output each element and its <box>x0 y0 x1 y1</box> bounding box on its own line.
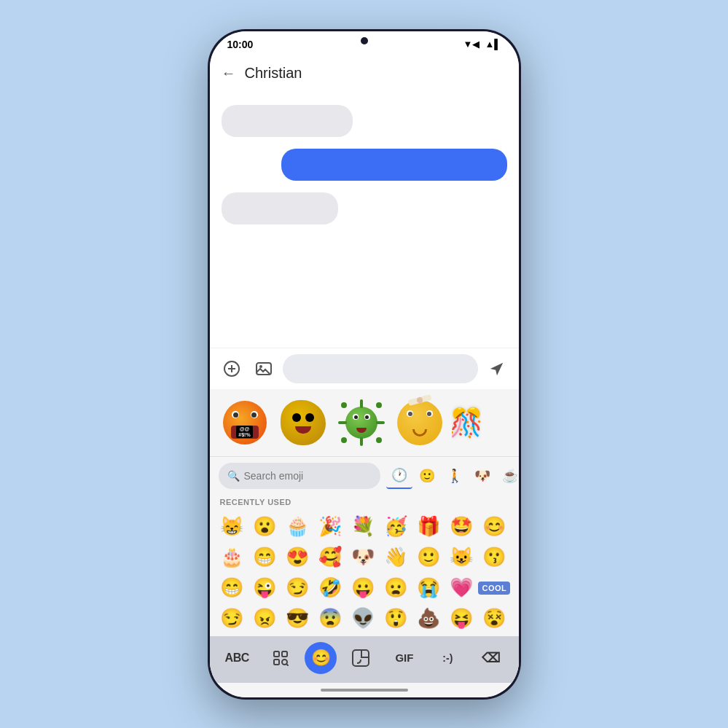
tab-animal[interactable]: 🐶 <box>469 463 496 489</box>
emoji-cell[interactable]: 😲 <box>381 604 410 633</box>
sticker-germ[interactable] <box>335 396 388 449</box>
abc-button[interactable]: ABC <box>218 643 256 673</box>
emoji-cell[interactable]: 😁 <box>250 543 279 572</box>
chat-area <box>210 90 519 348</box>
emoji-category-tabs: 🕐 🙂 🚶 🐶 ☕ 🏷 <box>386 463 519 489</box>
emoji-cell[interactable]: 🎂 <box>217 543 246 572</box>
svg-point-4 <box>259 365 262 368</box>
emoji-cell[interactable]: 👋 <box>381 543 410 572</box>
emoji-cell[interactable]: 😎 <box>283 604 312 633</box>
emoji-button[interactable]: 😊 <box>305 642 337 674</box>
emoji-cell[interactable]: COOL <box>480 574 509 603</box>
emoji-cell[interactable]: 💩 <box>414 604 443 633</box>
emoticon-button[interactable]: :-) <box>428 643 466 673</box>
input-bar <box>210 348 519 389</box>
add-button[interactable] <box>219 356 245 382</box>
cool-badge: COOL <box>478 582 510 595</box>
emoji-cell[interactable]: 😵 <box>480 604 509 633</box>
svg-rect-7 <box>274 659 279 665</box>
tab-food[interactable]: ☕ <box>497 463 519 489</box>
emoji-cell[interactable]: 🥰 <box>316 543 345 572</box>
emoji-cell[interactable]: 😮 <box>250 512 279 541</box>
sticker-search-button[interactable] <box>262 643 300 673</box>
gif-button[interactable]: GIF <box>385 643 423 673</box>
wifi-signal-icon: ▼◀ <box>463 39 480 50</box>
status-bar: 10:00 ▼◀ ▲▌ <box>210 31 519 58</box>
back-button[interactable]: ← <box>222 65 236 82</box>
emoji-cell[interactable]: 😏 <box>283 574 312 603</box>
status-icons: ▼◀ ▲▌ <box>463 39 501 50</box>
emoji-cell[interactable]: 😁 <box>217 574 246 603</box>
signal-bars-icon: ▲▌ <box>485 39 501 50</box>
emoji-cell[interactable]: 🎁 <box>414 512 443 541</box>
emoji-cell[interactable]: 🥳 <box>381 512 410 541</box>
emoji-cell[interactable]: 😺 <box>447 543 476 572</box>
emoji-search-input[interactable] <box>244 470 372 482</box>
phone-screen: 10:00 ▼◀ ▲▌ ← Christian <box>210 31 519 697</box>
message-received-2 <box>222 192 338 224</box>
sticker-cursing[interactable]: @@#$!% <box>219 396 271 449</box>
phone-frame: 10:00 ▼◀ ▲▌ ← Christian <box>208 29 521 700</box>
message-sent-1 <box>281 149 507 181</box>
notch <box>361 37 368 44</box>
emoji-cell[interactable]: 😛 <box>348 574 377 603</box>
recently-used-label: RECENTLY USED <box>210 495 519 509</box>
emoji-cell[interactable]: 😦 <box>381 574 410 603</box>
emoji-cell[interactable]: 🤩 <box>447 512 476 541</box>
emoji-cell[interactable]: 🐶 <box>348 543 377 572</box>
message-received-1 <box>222 105 353 137</box>
emoji-search-wrap[interactable]: 🔍 <box>219 463 380 489</box>
svg-rect-6 <box>282 651 287 657</box>
emoji-cell[interactable]: 💗 <box>447 574 476 603</box>
tab-recent[interactable]: 🕐 <box>386 463 412 489</box>
search-icon: 🔍 <box>227 470 240 482</box>
backspace-button[interactable]: ⌫ <box>472 643 510 673</box>
message-input[interactable] <box>283 354 478 383</box>
tab-smiley[interactable]: 🙂 <box>414 463 440 489</box>
emoji-cell[interactable]: 😜 <box>250 574 279 603</box>
chat-header: ← Christian <box>210 58 519 90</box>
sticker-button[interactable] <box>342 643 380 673</box>
sticker-sick[interactable] <box>394 396 446 449</box>
send-button[interactable] <box>484 356 510 382</box>
emoji-cell[interactable]: 😭 <box>414 574 443 603</box>
emoji-cell[interactable]: 👽 <box>348 604 377 633</box>
svg-rect-5 <box>274 651 279 657</box>
emoji-cell[interactable]: 💐 <box>348 512 377 541</box>
svg-line-9 <box>286 664 288 665</box>
emoji-cell[interactable]: 🧁 <box>283 512 312 541</box>
sticker-partial[interactable]: 🎊 <box>452 396 481 449</box>
emoji-cell[interactable]: 😊 <box>480 512 509 541</box>
emoji-search-bar: 🔍 🕐 🙂 🚶 🐶 ☕ 🏷 <box>210 457 519 495</box>
home-indicator <box>210 683 519 697</box>
emoji-cell[interactable]: 😸 <box>217 512 246 541</box>
emoji-cell[interactable]: 😗 <box>480 543 509 572</box>
sticker-row: @@#$!% <box>210 389 519 457</box>
contact-name-label: Christian <box>245 65 302 82</box>
tab-people[interactable]: 🚶 <box>442 463 468 489</box>
emoji-cell[interactable]: 😝 <box>447 604 476 633</box>
emoji-cell[interactable]: 😠 <box>250 604 279 633</box>
emoji-cell[interactable]: 🤣 <box>316 574 345 603</box>
emoji-grid: 😸 😮 🧁 🎉 💐 🥳 🎁 🤩 😊 🎂 😁 😍 🥰 🐶 👋 🙂 😺 😗 <box>210 509 519 636</box>
emoji-cell[interactable]: 🎉 <box>316 512 345 541</box>
emoji-keyboard: 🔍 🕐 🙂 🚶 🐶 ☕ 🏷 RECENTLY USED 😸 😮 <box>210 457 519 683</box>
emoji-cell[interactable]: 🙂 <box>414 543 443 572</box>
home-bar <box>321 689 408 692</box>
emoji-cell[interactable]: 😏 <box>217 604 246 633</box>
emoji-cell[interactable]: 😍 <box>283 543 312 572</box>
media-button[interactable] <box>251 356 277 382</box>
status-time: 10:00 <box>227 39 254 50</box>
sticker-blob[interactable] <box>277 396 329 449</box>
emoji-cell[interactable]: 😨 <box>316 604 345 633</box>
keyboard-toolbar: ABC 😊 <box>210 636 519 683</box>
emoji-icon: 😊 <box>311 649 331 668</box>
